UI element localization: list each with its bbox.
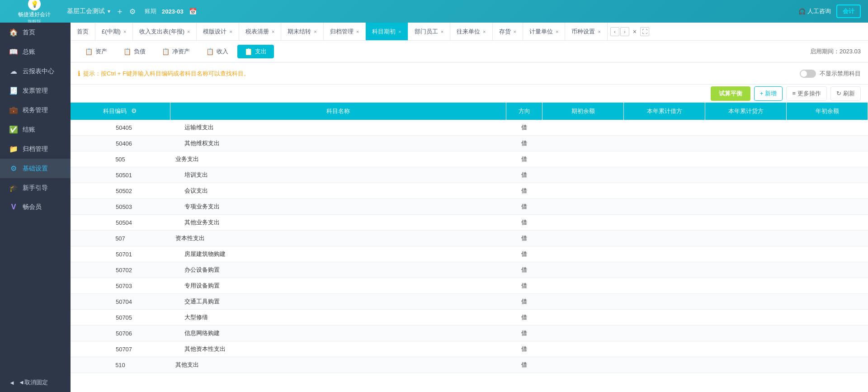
column-settings-icon[interactable]: ⚙ (131, 107, 137, 114)
tab-close-tax-clear[interactable]: × (272, 29, 274, 34)
sub-tab-income[interactable]: 📋 收入 (199, 45, 236, 58)
tab-prev-button[interactable]: ‹ (610, 27, 619, 36)
refresh-label: 刷新 (843, 90, 855, 98)
calendar-icon[interactable]: 📅 (189, 8, 197, 15)
tab-template[interactable]: 模版设计 × (197, 23, 239, 41)
sidebar-item-settle[interactable]: ✅ 结账 (0, 120, 71, 139)
sidebar-item-tax[interactable]: 💼 税务管理 (0, 100, 71, 120)
table-row[interactable]: 50502会议支出借 (71, 183, 868, 199)
tab-close-archive[interactable]: × (356, 29, 359, 34)
tab-close-subject-init[interactable]: × (398, 29, 401, 34)
cell-dir: 借 (506, 246, 542, 262)
table-row[interactable]: 50707其他资本性支出借 (71, 341, 868, 357)
sidebar-item-invoice[interactable]: 🧾 发票管理 (0, 81, 71, 100)
cell-dir: 借 (506, 231, 542, 246)
income-icon: 📋 (206, 48, 214, 55)
tab-close-unit[interactable]: × (556, 29, 558, 34)
tab-label-period-report: £(中期) (102, 28, 121, 36)
tab-unit[interactable]: 计量单位 × (523, 23, 565, 41)
col-header-name: 科目名称 (170, 103, 506, 120)
tab-inventory[interactable]: 存货 × (493, 23, 523, 41)
table-row[interactable]: 507资本性支出借 (71, 231, 868, 246)
ledger-icon: 📖 (9, 47, 18, 56)
sub-tab-expense[interactable]: 📋 支出 (237, 45, 274, 58)
tab-close-period-report[interactable]: × (123, 29, 126, 34)
tab-close-inventory[interactable]: × (514, 29, 516, 34)
sidebar-item-guide[interactable]: 🎓 新手引导 (0, 178, 71, 198)
cell-year-balance (787, 262, 868, 278)
cell-year-balance (787, 136, 868, 151)
tab-period-close[interactable]: 期末结转 × (281, 23, 323, 41)
tab-expand-button[interactable]: ⛶ (640, 27, 649, 36)
sidebar-label-ledger: 总账 (23, 48, 35, 56)
tab-next-button[interactable]: › (620, 27, 629, 36)
tab-label-unit: 计量单位 (529, 28, 553, 36)
sidebar-item-archive[interactable]: 📁 归档管理 (0, 139, 71, 159)
sub-tab-asset[interactable]: 📋 资产 (78, 45, 114, 58)
help-button[interactable]: 🎧 人工咨询 (798, 7, 831, 15)
settings-icon[interactable]: ⚙ (129, 7, 136, 16)
cell-year-balance (787, 294, 868, 310)
tab-subject-init[interactable]: 科目期初 × (366, 23, 408, 41)
cell-debit (624, 341, 705, 357)
cell-year-balance (787, 231, 868, 246)
cell-dir: 借 (506, 326, 542, 341)
account-button[interactable]: 会计 (836, 5, 861, 18)
more-button[interactable]: ≡ 更多操作 (786, 86, 827, 101)
table-row[interactable]: 50701房屋建筑物购建借 (71, 246, 868, 262)
cell-name: 其他资本性支出 (170, 341, 506, 357)
cell-name: 专用设备购置 (170, 278, 506, 294)
table-row[interactable]: 50702办公设备购置借 (71, 262, 868, 278)
tab-close-income-report[interactable]: × (187, 29, 190, 34)
sidebar-item-ledger[interactable]: 📖 总账 (0, 42, 71, 61)
cell-dir: 借 (506, 278, 542, 294)
tab-close-dept-employee[interactable]: × (441, 29, 443, 34)
table-row[interactable]: 510其他支出借 (71, 357, 868, 373)
table-row[interactable]: 50405运输维支出借 (71, 120, 868, 136)
table-row[interactable]: 50706信息网络购建借 (71, 326, 868, 341)
tab-dept-employee[interactable]: 部门员工 × (408, 23, 450, 41)
tab-period-report[interactable]: £(中期) × (95, 23, 133, 41)
toggle-disabled-subjects[interactable]: 不显示禁用科目 (800, 70, 861, 78)
table-body: 50405运输维支出借50406其他维权支出借505业务支出借50501培训支出… (71, 120, 868, 373)
tab-close-template[interactable]: × (229, 29, 232, 34)
sidebar-item-member[interactable]: V 畅会员 (0, 198, 71, 217)
cell-debit (624, 136, 705, 151)
sub-tab-liability[interactable]: 📋 负债 (116, 45, 153, 58)
table-row[interactable]: 50501培训支出借 (71, 167, 868, 183)
table-row[interactable]: 50503专项业务支出借 (71, 199, 868, 215)
table-row[interactable]: 505业务支出借 (71, 151, 868, 167)
tab-close-currency[interactable]: × (598, 29, 600, 34)
toggle-track[interactable] (800, 70, 816, 78)
sidebar-item-home[interactable]: 🏠 首页 (0, 23, 71, 42)
company-selector[interactable]: 基层工会测试 ▾ (67, 7, 110, 15)
asset-icon: 📋 (85, 48, 93, 55)
table-row[interactable]: 50705大型修缮借 (71, 310, 868, 326)
company-name: 基层工会测试 (67, 7, 105, 15)
tab-tax-clear[interactable]: 税表清册 × (239, 23, 281, 41)
refresh-button[interactable]: ↻ 刷新 (830, 86, 861, 101)
tab-close-all-button[interactable]: × (630, 27, 639, 36)
add-button[interactable]: + 新增 (754, 86, 783, 101)
table-row[interactable]: 50406其他维权支出借 (71, 136, 868, 151)
tab-close-client[interactable]: × (483, 29, 486, 34)
sidebar-item-cloud-report[interactable]: ☁ 云报表中心 (0, 61, 71, 81)
sidebar-item-settings[interactable]: ⚙ 基础设置 (0, 159, 71, 178)
add-company-button[interactable]: ＋ (116, 6, 124, 17)
sidebar-label-member: 畅会员 (23, 203, 42, 211)
table-row[interactable]: 50703专用设备购置借 (71, 278, 868, 294)
balance-button[interactable]: 试算平衡 (711, 86, 750, 101)
sidebar-collapse-button[interactable]: ◄ ◄取消固定 (0, 373, 71, 392)
cell-dir: 借 (506, 167, 542, 183)
tab-client[interactable]: 往来单位 × (450, 23, 492, 41)
table-row[interactable]: 50704交通工具购置借 (71, 294, 868, 310)
tab-currency[interactable]: 币种设置 × (565, 23, 607, 41)
table-row[interactable]: 50504其他业务支出借 (71, 215, 868, 231)
cell-dir: 借 (506, 215, 542, 231)
sub-tab-net-asset[interactable]: 📋 净资产 (155, 45, 197, 58)
sidebar: 🏠 首页 📖 总账 ☁ 云报表中心 🧾 发票管理 💼 税务管理 ✅ 结账 📁 归… (0, 23, 71, 392)
tab-archive[interactable]: 归档管理 × (324, 23, 366, 41)
tab-home[interactable]: 首页 (71, 23, 95, 41)
tab-close-period-close[interactable]: × (314, 29, 316, 34)
tab-income-report[interactable]: 收入支出表(年报) × (133, 23, 197, 41)
